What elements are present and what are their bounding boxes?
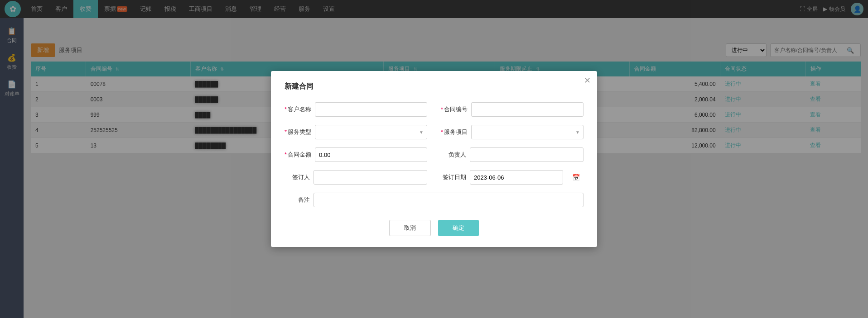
contract-amount-field: *合同金额 — [285, 147, 427, 162]
service-type-select-wrap: ▼ — [315, 125, 427, 139]
customer-name-label: *客户名称 — [285, 105, 311, 114]
service-type-select[interactable] — [315, 125, 427, 139]
remarks-label: 备注 — [285, 196, 310, 204]
modal-footer: 取消 确定 — [285, 220, 583, 236]
customer-name-input[interactable] — [315, 102, 427, 117]
modal-close-button[interactable]: ✕ — [584, 76, 591, 85]
contract-no-input[interactable] — [471, 102, 583, 117]
new-contract-modal: ✕ 新建合同 *客户名称 *合同编号 *服务类型 — [271, 71, 597, 247]
service-item-label: *服务项目 — [441, 128, 468, 136]
contract-no-label: *合同编号 — [441, 105, 468, 114]
modal-overlay: ✕ 新建合同 *客户名称 *合同编号 *服务类型 — [0, 0, 868, 318]
signer-field: 签订人 — [285, 170, 427, 185]
service-item-select[interactable] — [471, 125, 583, 139]
remarks-input[interactable] — [313, 193, 583, 207]
remarks-field: 备注 — [285, 193, 583, 207]
contract-amount-label: *合同金额 — [285, 151, 311, 159]
service-type-field: *服务类型 ▼ — [285, 125, 427, 139]
customer-name-field: *客户名称 — [285, 102, 427, 117]
form-grid: *客户名称 *合同编号 *服务类型 ▼ — [285, 102, 583, 207]
confirm-button[interactable]: 确定 — [438, 220, 479, 236]
sign-date-wrap: 📅 — [470, 170, 583, 185]
responsible-field: 负责人 — [441, 147, 583, 162]
contract-no-field: *合同编号 — [441, 102, 583, 117]
modal-title: 新建合同 — [285, 82, 583, 91]
service-item-select-wrap: ▼ — [471, 125, 583, 139]
contract-amount-input[interactable] — [315, 147, 427, 162]
sign-date-field: 签订日期 📅 — [441, 170, 583, 185]
service-type-label: *服务类型 — [285, 128, 311, 136]
responsible-label: 负责人 — [441, 151, 466, 159]
responsible-input[interactable] — [470, 147, 583, 162]
sign-date-label: 签订日期 — [441, 173, 466, 181]
sign-date-input[interactable] — [470, 170, 563, 185]
signer-label: 签订人 — [285, 173, 310, 181]
signer-input[interactable] — [313, 170, 427, 185]
service-item-field: *服务项目 ▼ — [441, 125, 583, 139]
calendar-icon[interactable]: 📅 — [572, 174, 580, 181]
cancel-button[interactable]: 取消 — [389, 220, 431, 236]
